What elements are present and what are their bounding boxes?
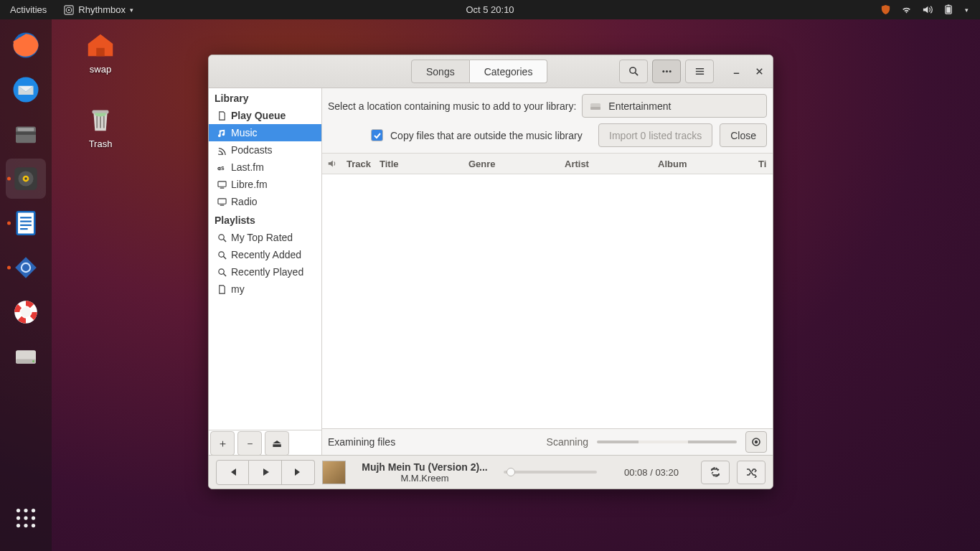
import-button[interactable]: Import 0 listed tracks — [598, 123, 712, 147]
sidebar-item-label: Radio — [231, 196, 258, 207]
document-icon — [217, 111, 227, 121]
sidebar-item-radio[interactable]: Radio — [209, 193, 321, 210]
wifi-icon — [901, 4, 912, 15]
sidebar-item-my[interactable]: my — [209, 281, 321, 298]
dock-drive[interactable] — [6, 336, 46, 377]
tab-categories[interactable]: Categories — [470, 60, 548, 83]
dock-help[interactable] — [6, 292, 46, 332]
sidebar-item-my-top-rated[interactable]: My Top Rated — [209, 229, 321, 246]
location-label: Entertainment — [608, 100, 671, 112]
seek-slider[interactable] — [504, 471, 597, 474]
clock[interactable]: Oct 5 20:10 — [466, 4, 514, 15]
svg-point-46 — [669, 70, 671, 72]
svg-point-62 — [219, 268, 224, 273]
sidebar-item-label: Music — [231, 127, 258, 138]
svg-line-59 — [223, 239, 226, 242]
svg-rect-21 — [15, 257, 37, 278]
desktop-icon-trash[interactable]: Trash — [72, 103, 129, 149]
firefox-icon — [11, 30, 41, 60]
add-playlist-button[interactable]: ＋ — [210, 431, 235, 456]
svg-point-31 — [17, 516, 20, 519]
repeat-icon — [710, 466, 721, 478]
dock-firefox[interactable] — [6, 25, 46, 65]
volume-icon — [922, 4, 933, 15]
svg-point-60 — [219, 251, 224, 256]
svg-point-14 — [24, 177, 27, 180]
svg-point-34 — [17, 524, 20, 527]
tab-songs[interactable]: Songs — [411, 60, 470, 83]
status-left: Examining files — [328, 436, 395, 448]
skip-previous-icon — [227, 466, 238, 478]
svg-text:ɑs: ɑs — [217, 164, 225, 171]
seek-knob[interactable] — [507, 468, 515, 476]
eject-button[interactable]: ⏏ — [265, 431, 289, 456]
minimize-button[interactable] — [727, 62, 745, 81]
sidebar-item-label: Last.fm — [231, 161, 264, 173]
activities-button[interactable]: Activities — [0, 4, 57, 15]
svg-rect-15 — [17, 212, 35, 235]
sidebar: Library Play Queue Music Podcasts ɑs Las… — [209, 88, 322, 455]
sidebar-item-podcasts[interactable]: Podcasts — [209, 141, 321, 159]
album-art[interactable] — [322, 461, 346, 484]
sidebar-item-music[interactable]: Music — [209, 124, 321, 141]
now-playing-artist: M.M.Kreem — [400, 473, 448, 484]
track-list[interactable] — [322, 174, 773, 428]
dock — [0, 19, 52, 551]
close-button[interactable] — [750, 62, 768, 81]
smart-playlist-icon — [217, 250, 227, 260]
sidebar-item-recently-added[interactable]: Recently Added — [209, 246, 321, 263]
desktop-icon-label: swap — [72, 64, 129, 75]
location-chooser[interactable]: Entertainment — [582, 94, 767, 118]
svg-rect-18 — [20, 221, 32, 222]
dock-files[interactable] — [6, 114, 46, 154]
dock-settings[interactable] — [6, 248, 46, 288]
dock-thunderbird[interactable] — [6, 70, 46, 110]
dock-writer[interactable] — [6, 203, 46, 243]
dock-show-apps[interactable] — [6, 498, 46, 538]
svg-point-28 — [17, 509, 20, 512]
sidebar-heading-library: Library — [209, 88, 321, 107]
copy-files-checkbox[interactable] — [371, 129, 383, 141]
shuffle-button[interactable] — [737, 461, 765, 484]
play-button[interactable] — [249, 460, 282, 485]
apps-grid-icon — [11, 503, 41, 533]
stop-scan-button[interactable] — [745, 431, 767, 453]
menu-button[interactable] — [685, 60, 714, 83]
sidebar-item-recently-played[interactable]: Recently Played — [209, 263, 321, 281]
col-time: Ti — [754, 159, 771, 169]
chevron-down-icon: ▾ — [965, 6, 969, 14]
close-import-button[interactable]: Close — [720, 123, 767, 147]
svg-point-24 — [21, 307, 31, 317]
sidebar-item-play-queue[interactable]: Play Queue — [209, 107, 321, 124]
skip-next-icon — [293, 466, 304, 478]
smart-playlist-icon — [217, 268, 227, 277]
svg-rect-20 — [20, 228, 28, 230]
desktop-icon-swap[interactable]: swap — [72, 29, 129, 75]
sidebar-toolbar: ＋ － ⏏ — [209, 430, 321, 455]
location-prompt-label: Select a location containing music to ad… — [328, 100, 576, 112]
minimize-icon — [732, 67, 741, 76]
svg-rect-19 — [20, 225, 32, 226]
system-status-area[interactable]: ▾ — [880, 4, 980, 15]
previous-button[interactable] — [216, 460, 249, 485]
app-menu[interactable]: Rhythmbox ▾ — [57, 4, 141, 15]
track-list-header[interactable]: Track Title Genre Artist Album Ti — [322, 153, 773, 174]
col-album: Album — [654, 159, 754, 169]
sidebar-item-lastfm[interactable]: ɑs Last.fm — [209, 159, 321, 176]
trash-icon — [84, 103, 117, 136]
view-switcher: Songs Categories — [411, 60, 547, 83]
svg-rect-37 — [96, 48, 105, 56]
more-button[interactable] — [652, 60, 681, 83]
repeat-button[interactable] — [701, 461, 730, 484]
scan-progress — [597, 441, 737, 443]
svg-line-43 — [635, 72, 638, 75]
next-button[interactable] — [282, 460, 315, 485]
remove-playlist-button[interactable]: － — [237, 431, 262, 456]
running-indicator — [7, 266, 11, 270]
play-icon — [260, 466, 271, 478]
dock-rhythmbox[interactable] — [6, 159, 46, 199]
sidebar-item-librefm[interactable]: Libre.fm — [209, 176, 321, 193]
music-icon — [217, 128, 227, 138]
desktop-icon-label: Trash — [72, 138, 129, 149]
search-button[interactable] — [619, 60, 648, 83]
